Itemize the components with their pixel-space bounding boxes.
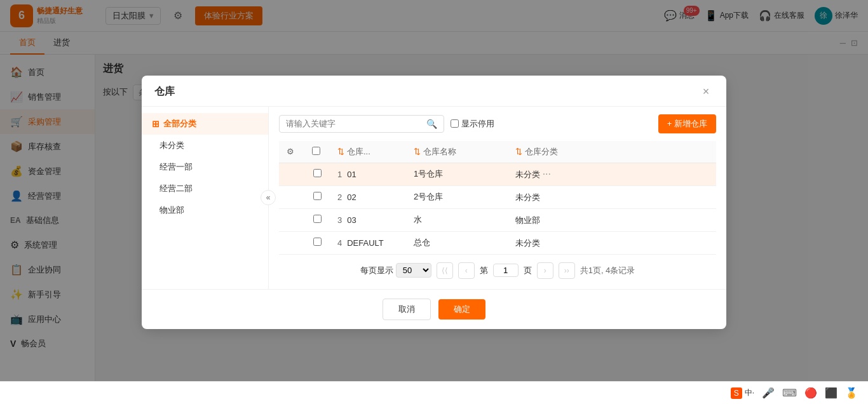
color-icon[interactable]: 🔴	[804, 387, 817, 399]
col-settings-header: ⚙	[279, 141, 304, 163]
bottom-brand: S 中·	[731, 387, 754, 399]
next-page-button[interactable]: ›	[537, 262, 553, 279]
modal-close-button[interactable]: ×	[698, 84, 714, 100]
category-item-ops2[interactable]: 经营二部	[142, 178, 268, 199]
row-2-num: 202	[330, 185, 406, 208]
row-1-more-icon[interactable]: ···	[543, 168, 551, 179]
row-4-category: 未分类 ···	[508, 231, 716, 254]
page-suffix: 页	[524, 265, 532, 276]
search-input[interactable]	[286, 119, 426, 128]
first-page-button[interactable]: ⟨⟨	[437, 262, 453, 279]
search-box: 🔍	[279, 115, 444, 133]
grid-icon: ⊞	[152, 119, 159, 129]
confirm-button[interactable]: 确定	[438, 299, 485, 320]
row-settings-2	[279, 185, 304, 208]
row-2-category: 未分类 ···	[508, 185, 716, 208]
prev-page-button[interactable]: ‹	[458, 262, 475, 279]
modal-title: 仓库	[154, 85, 175, 98]
row-4-checkbox[interactable]	[313, 238, 322, 246]
row-1-checkbox[interactable]	[313, 169, 322, 177]
category-item-uncategorized[interactable]: 未分类	[142, 135, 268, 156]
category-all[interactable]: ⊞ 全部分类	[142, 113, 268, 135]
bottom-s-icon: S	[731, 387, 742, 399]
table-header: ⚙ ⇅仓库... ⇅仓库名称	[279, 141, 716, 163]
keyboard-icon[interactable]: ⌨	[782, 387, 797, 399]
col-name-header: ⇅仓库名称	[406, 141, 508, 163]
show-disabled-text: 显示停用	[461, 118, 494, 130]
show-disabled-checkbox[interactable]	[451, 119, 459, 128]
row-check-2	[304, 185, 330, 208]
settings-col-icon[interactable]: ⚙	[287, 147, 294, 156]
cancel-button[interactable]: 取消	[383, 299, 431, 320]
show-disabled-label: 显示停用	[451, 118, 494, 130]
row-4-num: 4DEFAULT	[330, 231, 406, 254]
sort-icon: ⇅	[337, 147, 344, 156]
modal-main: 🔍 显示停用 + 新增仓库	[269, 107, 726, 289]
per-page-control: 每页显示 10 20 50 100	[360, 263, 431, 278]
modal-footer: 取消 确定	[142, 289, 726, 329]
modal-overlay: 仓库 × ⊞ 全部分类 未分类 经营一部 经营二部 物业部 «	[0, 0, 868, 404]
row-3-category: 物业部 ···	[508, 208, 716, 231]
modal-header: 仓库 ×	[142, 76, 726, 107]
table-row[interactable]: 101 1号仓库 未分类 ···	[279, 163, 716, 185]
warehouse-table: ⚙ ⇅仓库... ⇅仓库名称	[279, 141, 716, 255]
row-check-3	[304, 208, 330, 231]
col-code-header: ⇅仓库...	[330, 141, 406, 163]
row-settings-4	[279, 231, 304, 254]
add-warehouse-label: + 新增仓库	[667, 118, 707, 130]
search-icon: 🔍	[426, 119, 437, 129]
row-1-num: 101	[330, 163, 406, 185]
row-3-name: 水	[406, 208, 508, 231]
table-row[interactable]: 202 2号仓库 未分类 ···	[279, 185, 716, 208]
table-row[interactable]: 303 水 物业部 ···	[279, 208, 716, 231]
trophy-icon[interactable]: 🏅	[845, 387, 858, 399]
sort-name-icon: ⇅	[414, 147, 421, 156]
row-1-name: 1号仓库	[406, 163, 508, 185]
category-item-ops1[interactable]: 经营一部	[142, 156, 268, 178]
row-3-num: 303	[330, 208, 406, 231]
table-body: 101 1号仓库 未分类 ···	[279, 163, 716, 254]
select-all-checkbox[interactable]	[312, 147, 320, 155]
page-number-input[interactable]	[493, 264, 519, 277]
pagination: 每页显示 10 20 50 100 ⟨⟨ ‹ 第 页 › ››	[279, 255, 716, 281]
collapse-sidebar-button[interactable]: «	[261, 190, 276, 205]
row-1-category: 未分类 ···	[508, 163, 716, 185]
per-page-label: 每页显示	[360, 265, 393, 276]
category-item-property[interactable]: 物业部	[142, 199, 268, 221]
row-2-checkbox[interactable]	[313, 192, 322, 200]
col-check-header	[304, 141, 330, 163]
bottom-bar: S 中· 🎤 ⌨ 🔴 ⬛ 🏅	[0, 381, 868, 404]
bottom-text: 中·	[745, 387, 754, 398]
page-label: 第	[480, 265, 488, 276]
modal-body: ⊞ 全部分类 未分类 经营一部 经营二部 物业部 « 🔍	[142, 107, 726, 289]
add-warehouse-button[interactable]: + 新增仓库	[658, 114, 716, 133]
table-row[interactable]: 4DEFAULT 总仓 未分类 ···	[279, 231, 716, 254]
mic-icon[interactable]: 🎤	[762, 387, 775, 399]
modal-toolbar: 🔍 显示停用 + 新增仓库	[279, 114, 716, 133]
table-container: ⚙ ⇅仓库... ⇅仓库名称	[279, 141, 716, 255]
total-info: 共1页, 4条记录	[580, 265, 635, 276]
row-3-checkbox[interactable]	[313, 215, 322, 223]
window-icon[interactable]: ⬛	[825, 387, 837, 399]
warehouse-modal: 仓库 × ⊞ 全部分类 未分类 经营一部 经营二部 物业部 «	[142, 76, 726, 329]
row-settings-1	[279, 163, 304, 185]
row-2-name: 2号仓库	[406, 185, 508, 208]
category-all-label: 全部分类	[163, 118, 196, 130]
per-page-select[interactable]: 10 20 50 100	[396, 263, 431, 278]
category-sidebar: ⊞ 全部分类 未分类 经营一部 经营二部 物业部 «	[142, 107, 269, 289]
sort-category-icon: ⇅	[515, 147, 522, 156]
row-check-4	[304, 231, 330, 254]
col-category-header: ⇅仓库分类	[508, 141, 716, 163]
row-check-1	[304, 163, 330, 185]
row-settings-3	[279, 208, 304, 231]
row-4-name: 总仓	[406, 231, 508, 254]
last-page-button[interactable]: ››	[559, 262, 575, 279]
